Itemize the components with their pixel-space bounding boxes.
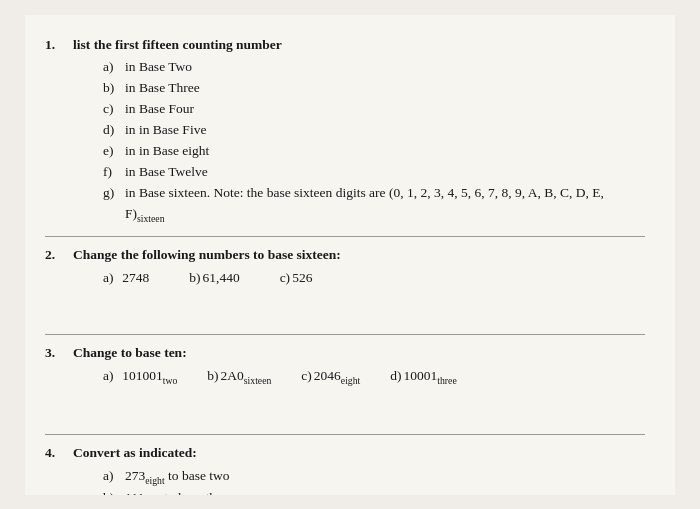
question-2: 2. Change the following numbers to base … — [45, 245, 645, 289]
q2-b-label: b) — [189, 268, 200, 289]
q1-c-text: in Base Four — [125, 99, 194, 120]
q1-b-label: b) — [103, 78, 125, 99]
q4-content: Convert as indicated: a) 273eight to bas… — [73, 443, 645, 494]
q2-a-label: a) — [103, 268, 120, 289]
q1-c: c) in Base Four — [103, 99, 645, 120]
q3-items: a) 101001two b) 2A0sixteen c) 2046eight … — [73, 366, 645, 388]
q2-title: Change the following numbers to base six… — [73, 245, 645, 266]
q3-c: c) 2046eight — [301, 366, 360, 388]
q1-g-label: g) — [103, 183, 125, 204]
q1-d-label: d) — [103, 120, 125, 141]
q3-content: Change to base ten: a) 101001two b) 2A0s… — [73, 343, 645, 388]
q1-e-label: e) — [103, 141, 125, 162]
q1-g-text: in Base sixteen. Note: the base sixteen … — [125, 183, 645, 226]
q1-a-text: in Base Two — [125, 57, 192, 78]
q1-b: b) in Base Three — [103, 78, 645, 99]
question-1: 1. list the first fifteen counting numbe… — [45, 35, 645, 226]
q3-a: a) 101001two — [103, 366, 177, 388]
q2-c: c) 526 — [280, 268, 313, 289]
q3-d-value: 10001three — [404, 366, 457, 388]
paper: 1. list the first fifteen counting numbe… — [25, 15, 675, 495]
q1-b-text: in Base Three — [125, 78, 200, 99]
q3-b: b) 2A0sixteen — [207, 366, 271, 388]
q3-b-sub: sixteen — [244, 375, 272, 386]
q3-d-label: d) — [390, 366, 401, 387]
divider-1 — [45, 236, 645, 237]
q1-subitems: a) in Base Two b) in Base Three c) in Ba… — [73, 57, 645, 225]
q3-b-label: b) — [207, 366, 218, 387]
q3-title: Change to base ten: — [73, 343, 645, 364]
q4-subitems: a) 273eight to base two b) 111nine to ba… — [73, 466, 645, 494]
q1-a-label: a) — [103, 57, 125, 78]
q3-number: 3. — [45, 343, 73, 388]
q1-a: a) in Base Two — [103, 57, 645, 78]
q1-e-text: in in Base eight — [125, 141, 209, 162]
q3-d-sub: three — [437, 375, 456, 386]
q4-number: 4. — [45, 443, 73, 494]
q1-f-text: in Base Twelve — [125, 162, 208, 183]
q3-b-value: 2A0sixteen — [221, 366, 272, 388]
q3-c-label: c) — [301, 366, 312, 387]
question-3: 3. Change to base ten: a) 101001two b) 2… — [45, 343, 645, 388]
q1-c-label: c) — [103, 99, 125, 120]
q4-b-text: 111nine to base three — [125, 488, 233, 495]
q2-c-value: 526 — [292, 268, 312, 289]
q2-number: 2. — [45, 245, 73, 289]
q3-a-value: 101001two — [122, 366, 177, 388]
q4-b-label: b) — [103, 488, 125, 495]
q1-number: 1. — [45, 35, 73, 226]
q4-title: Convert as indicated: — [73, 443, 645, 464]
q2-b-value: 61,440 — [203, 268, 240, 289]
q1-g: g) in Base sixteen. Note: the base sixte… — [103, 183, 645, 226]
q4-a-label: a) — [103, 466, 125, 487]
q3-c-value: 2046eight — [314, 366, 360, 388]
q1-title: list the first fifteen counting number — [73, 35, 645, 56]
q4-b: b) 111nine to base three — [103, 488, 645, 495]
q4-a-text: 273eight to base two — [125, 466, 230, 488]
divider-3 — [45, 434, 645, 435]
q2-c-label: c) — [280, 268, 291, 289]
q1-d: d) in in Base Five — [103, 120, 645, 141]
q1-f-label: f) — [103, 162, 125, 183]
q4-a-sub: eight — [145, 475, 164, 486]
q2-b: b) 61,440 — [189, 268, 239, 289]
q3-d: d) 10001three — [390, 366, 456, 388]
q2-a: a) 2748 — [103, 268, 149, 289]
q1-d-text: in in Base Five — [125, 120, 206, 141]
q1-f: f) in Base Twelve — [103, 162, 645, 183]
q2-items: a) 2748 b) 61,440 c) 526 — [73, 268, 645, 289]
q4-a: a) 273eight to base two — [103, 466, 645, 488]
q2-content: Change the following numbers to base six… — [73, 245, 645, 289]
q3-a-sub: two — [163, 375, 178, 386]
q1-g-subscript: sixteen — [137, 213, 165, 224]
question-4: 4. Convert as indicated: a) 273eight to … — [45, 443, 645, 494]
q1-content: list the first fifteen counting number a… — [73, 35, 645, 226]
divider-2 — [45, 334, 645, 335]
q2-a-value: 2748 — [122, 268, 149, 289]
q1-e: e) in in Base eight — [103, 141, 645, 162]
q3-c-sub: eight — [341, 375, 360, 386]
q3-a-label: a) — [103, 366, 120, 387]
